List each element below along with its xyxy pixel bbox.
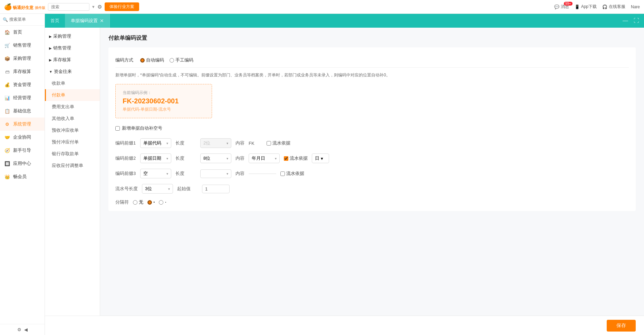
start-value-label: 起始值 bbox=[177, 186, 198, 192]
sidebar-item-member[interactable]: 👑 畅会员 bbox=[0, 170, 45, 183]
second-sidebar: ▶ 采购管理 ▶ 销售管理 ▶ 库存核算 bbox=[45, 28, 100, 316]
serial-basis3-check[interactable] bbox=[280, 171, 285, 176]
second-sidebar-item-advance-payment[interactable]: 预付冲应付单 bbox=[45, 136, 100, 148]
second-sidebar-item-payment[interactable]: 付款单 bbox=[45, 89, 100, 101]
sidebar-item-system[interactable]: ⚙ 系统管理 bbox=[0, 118, 45, 131]
system-icon: ⚙ bbox=[4, 121, 10, 127]
sidebar-item-collab[interactable]: 🤝 企业协同 bbox=[0, 131, 45, 144]
sidebar-item-apps[interactable]: 🔲 应用中心 bbox=[0, 157, 45, 170]
length1-select[interactable]: 2位 ▾ bbox=[200, 138, 231, 148]
search-input[interactable] bbox=[48, 3, 89, 11]
inventory-icon: 🗃 bbox=[4, 68, 10, 75]
sidebar-item-label: 资金管理 bbox=[13, 82, 31, 88]
manual-coding-option[interactable]: 手工编码 bbox=[170, 57, 193, 63]
second-sidebar-header-purchase[interactable]: ▶ 采购管理 bbox=[45, 30, 100, 42]
length3-select[interactable]: ▾ bbox=[200, 169, 231, 178]
serial-basis1-checkbox: 流水依据 bbox=[267, 140, 290, 146]
coding-settings-card: 编码方式 自动编码 手工编码 新增单据时，*单据编码 bbox=[108, 47, 636, 211]
chevron-down-icon[interactable]: ▾ bbox=[92, 4, 95, 9]
auto-coding-radio[interactable] bbox=[140, 58, 145, 63]
auto-fill-checkbox[interactable] bbox=[115, 126, 120, 131]
settings-bottom-icon[interactable]: ⚙ bbox=[17, 327, 21, 332]
experience-btn[interactable]: 体验行业方案 bbox=[105, 2, 139, 11]
second-sidebar-group-sales: ▶ 销售管理 bbox=[45, 42, 100, 54]
sidebar-item-sales[interactable]: 🛒 销售管理 bbox=[0, 39, 45, 52]
start-value-input[interactable] bbox=[202, 185, 230, 193]
sidebar-item-inventory[interactable]: 🗃 库存核算 bbox=[0, 65, 45, 78]
message-btn[interactable]: 💬 消息 99+ bbox=[554, 4, 569, 10]
serial-basis3-checkbox: 流水依据 bbox=[280, 170, 304, 177]
basis2-inline-select[interactable]: 日 ▾ bbox=[312, 153, 329, 163]
sidebar-item-purchase[interactable]: 📦 采购管理 bbox=[0, 52, 45, 65]
second-sidebar-header-inventory[interactable]: ▶ 库存核算 bbox=[45, 54, 100, 66]
tab-bar: 首页 单据编码设置 ✕ — ⛶ bbox=[45, 14, 644, 28]
prefix1-select[interactable]: 单据代码 ▾ bbox=[140, 138, 171, 148]
second-sidebar-item-adjustment[interactable]: 应收应付调整单 bbox=[45, 160, 100, 171]
prefix3-select[interactable]: 空 ▾ bbox=[140, 169, 171, 178]
sidebar-item-label: 销售管理 bbox=[13, 42, 31, 48]
info-text: 新增单据时，*单据编码*自动生成，不可编辑。前缀设置为部门、业务员等档案类，开单… bbox=[115, 72, 629, 78]
auto-fill-row: 新增单据自动补空号 bbox=[115, 125, 629, 131]
separator-none-option[interactable]: 无 bbox=[133, 199, 143, 205]
second-sidebar-item-expense[interactable]: 费用支出单 bbox=[45, 101, 100, 113]
online-service-btn[interactable]: 🎧 在线客服 bbox=[602, 4, 625, 10]
serial-basis2-check[interactable] bbox=[284, 156, 288, 161]
separator-none-radio[interactable] bbox=[133, 200, 137, 205]
arrow-right-icon: ▶ bbox=[49, 35, 52, 38]
sidebar-item-home[interactable]: 🏠 首页 bbox=[0, 26, 45, 39]
length1-label: 长度 bbox=[175, 140, 196, 146]
user-menu[interactable]: Nare bbox=[631, 4, 640, 9]
length2-label: 长度 bbox=[175, 155, 196, 161]
message-icon: 💬 bbox=[554, 4, 559, 9]
second-sidebar-header-sales[interactable]: ▶ 销售管理 bbox=[45, 42, 100, 54]
second-sidebar-item-bank[interactable]: 银行存取款单 bbox=[45, 148, 100, 160]
app-download-btn[interactable]: 📱 App下载 bbox=[575, 4, 597, 10]
tab-document-coding[interactable]: 单据编码设置 ✕ bbox=[65, 14, 110, 28]
second-sidebar-item-advance-receipt[interactable]: 预收冲应收单 bbox=[45, 124, 100, 136]
maximize-icon[interactable]: ⛶ bbox=[632, 16, 641, 26]
tab-bar-actions: — ⛶ bbox=[621, 16, 644, 26]
separator-dot-radio[interactable] bbox=[147, 200, 152, 205]
money-icon: 💰 bbox=[4, 82, 10, 88]
content3-value bbox=[249, 174, 276, 174]
sidebar-item-label: 经营管理 bbox=[13, 95, 31, 101]
tab-close-icon[interactable]: ✕ bbox=[100, 18, 104, 24]
second-sidebar-group-fund: ▼ 资金往来 收款单 付款单 费用支出单 其他收入单 预收冲应收单 预付冲应付单… bbox=[45, 66, 100, 171]
service-icon: 🎧 bbox=[602, 4, 607, 9]
sidebar-item-label: 首页 bbox=[13, 29, 22, 35]
separator-dot-option[interactable]: · bbox=[147, 199, 155, 205]
tab-home[interactable]: 首页 bbox=[45, 14, 65, 28]
separator-row: 分隔符 无 · · bbox=[115, 199, 629, 205]
gear-icon[interactable]: ⚙ bbox=[97, 4, 102, 10]
length2-select[interactable]: 8位 ▾ bbox=[200, 153, 231, 163]
preview-desc: 单据代码-单据日期-流水号 bbox=[123, 106, 205, 112]
serial-length-select[interactable]: 3位 ▾ bbox=[142, 184, 173, 194]
sidebar-search[interactable]: 🔍 搜索菜单 bbox=[0, 14, 45, 26]
content2-label: 内容 bbox=[236, 155, 244, 161]
guide-icon: 🧭 bbox=[4, 147, 10, 153]
sidebar-item-info[interactable]: 📋 基础信息 bbox=[0, 104, 45, 118]
sidebar-item-money[interactable]: 💰 资金管理 bbox=[0, 78, 45, 91]
content2-select[interactable]: 年月日 ▾ bbox=[249, 153, 280, 163]
sidebar-item-label: 采购管理 bbox=[13, 55, 31, 62]
separator-dot2-option[interactable]: · bbox=[159, 199, 166, 205]
second-sidebar-header-fund[interactable]: ▼ 资金往来 bbox=[45, 66, 100, 77]
select-arrow-icon: ▾ bbox=[227, 141, 228, 145]
sidebar-item-manage[interactable]: 📊 经营管理 bbox=[0, 91, 45, 104]
save-button[interactable]: 保存 bbox=[607, 320, 636, 332]
second-sidebar-item-receipt[interactable]: 收款单 bbox=[45, 77, 100, 89]
auto-coding-option[interactable]: 自动编码 bbox=[140, 57, 164, 63]
separator-dot2-radio[interactable] bbox=[159, 200, 163, 205]
serial-basis1-check[interactable] bbox=[267, 141, 271, 146]
manual-coding-radio[interactable] bbox=[170, 58, 174, 63]
sidebar-item-label: 新手引导 bbox=[13, 147, 31, 153]
select-arrow-icon: ▾ bbox=[275, 157, 277, 160]
minimize-icon[interactable]: — bbox=[621, 16, 630, 26]
sidebar-item-label: 系统管理 bbox=[13, 121, 31, 127]
prefix2-select[interactable]: 单据日期 ▾ bbox=[140, 153, 171, 163]
second-sidebar-item-other-income[interactable]: 其他收入单 bbox=[45, 113, 100, 124]
second-sidebar-group-purchase: ▶ 采购管理 bbox=[45, 30, 100, 42]
collapse-icon[interactable]: ◀ bbox=[24, 327, 28, 332]
sidebar-item-guide[interactable]: 🧭 新手引导 bbox=[0, 144, 45, 157]
select-arrow-icon: ▾ bbox=[166, 141, 168, 145]
